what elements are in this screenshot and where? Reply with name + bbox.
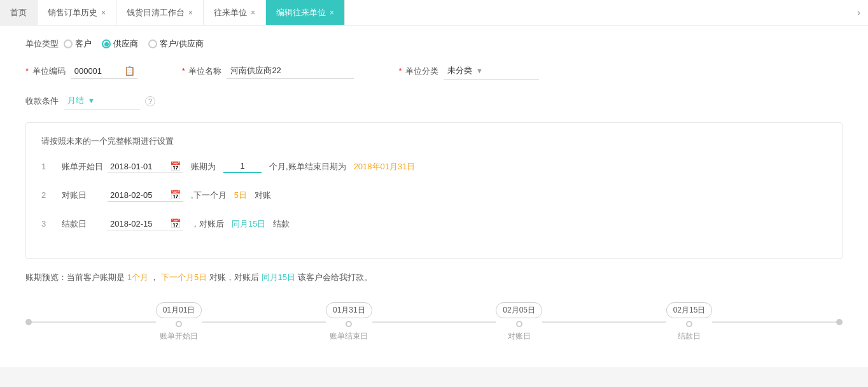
timeline-dot-3	[516, 321, 522, 327]
unit-code-input[interactable]	[71, 64, 122, 78]
payment-term-help[interactable]: ?	[145, 96, 155, 106]
timeline-start-dot	[25, 319, 32, 325]
calendar-icon-1[interactable]: 📅	[170, 161, 181, 171]
row-label-2: 对账日	[62, 190, 100, 201]
setting-row-3: 3 结款日 📅 ，对账后 同月15日 结款	[41, 217, 827, 230]
timeline-line-0	[32, 321, 156, 323]
date-field-2[interactable]	[110, 190, 167, 200]
radio-customer-label: 客户	[75, 38, 92, 50]
timeline-point-4: 02月15日 结款日	[666, 302, 713, 342]
date-field-1[interactable]	[110, 162, 167, 171]
radio-customer[interactable]: 客户	[64, 38, 92, 50]
row-label-1: 账单开始日	[62, 161, 100, 172]
payment-term-row: 收款条件 月结 ▼ ?	[25, 92, 843, 109]
preview-part1: 1个月	[127, 272, 148, 282]
settings-card: 请按照未来的一个完整帐期进行设置 1 账单开始日 📅 账期为 个月,账单结束日期…	[25, 122, 843, 259]
timeline-line-2	[372, 321, 496, 323]
timeline-point-3: 02月05日 对账日	[496, 302, 542, 342]
timeline-dot-2	[346, 321, 352, 327]
tab-cash-workbench-close[interactable]: ×	[188, 8, 193, 17]
unit-info-row: * 单位编码 📋 * 单位名称 * 单位分类 未分类 ▼	[25, 62, 843, 80]
preview-part3: 同月15日	[262, 272, 295, 282]
payment-term-item: 收款条件 月结 ▼ ?	[25, 92, 155, 109]
card-title: 请按照未来的一个完整帐期进行设置	[41, 136, 827, 147]
unit-code-input-wrap: 📋	[71, 64, 137, 79]
unit-category-value: 未分类	[447, 65, 472, 76]
preview-part2: 下一个月5日	[161, 272, 207, 282]
preview-section: 账期预览：当前客户账期是 1个月 ， 下一个月5日 对账，对账后 同月15日 该…	[25, 272, 843, 283]
period-suffix: 个月,账单结束日期为	[269, 161, 346, 172]
timeline-pill-4: 02月15日	[666, 302, 713, 318]
timeline-line-1	[202, 321, 326, 323]
tab-contacts[interactable]: 往来单位 ×	[204, 0, 266, 25]
tab-sales-history[interactable]: 销售订单历史 ×	[38, 0, 116, 25]
tab-sales-history-close[interactable]: ×	[101, 8, 106, 17]
payment-prefix: ，对账后	[191, 218, 224, 230]
radio-customer-circle	[64, 39, 73, 48]
timeline-dot-4	[686, 321, 692, 327]
timeline-pill-1: 01月01日	[156, 302, 202, 318]
calendar-icon-2[interactable]: 📅	[170, 190, 181, 200]
period-prefix: 账期为	[191, 161, 216, 172]
preview-prefix: 账期预览：当前客户账期是	[25, 272, 125, 282]
timeline: 01月01日 账单开始日 01月31日 账单结束日 02月05日 对账日 02月…	[25, 296, 843, 355]
tab-sales-history-label: 销售订单历史	[48, 7, 97, 18]
unit-code-label: * 单位编码	[25, 66, 66, 77]
unit-type-radio-group: 客户 供应商 客户/供应商	[64, 38, 204, 50]
unit-code-item: * 单位编码 📋	[25, 64, 137, 79]
radio-customer-supplier[interactable]: 客户/供应商	[148, 38, 204, 50]
unit-name-star: *	[182, 66, 185, 76]
tab-more-button[interactable]: ›	[850, 0, 868, 25]
unit-type-row: 单位类型 客户 供应商 客户/供应商	[25, 38, 843, 50]
payment-term-value: 月结	[67, 95, 84, 106]
calendar-icon-3[interactable]: 📅	[170, 218, 181, 229]
tab-home-label: 首页	[10, 7, 27, 18]
tab-edit-contact-close[interactable]: ×	[330, 8, 334, 17]
tab-contacts-label: 往来单位	[214, 7, 247, 18]
unit-type-item: 单位类型 客户 供应商 客户/供应商	[25, 38, 204, 50]
unit-name-input[interactable]	[227, 64, 354, 79]
main-content: 单位类型 客户 供应商 客户/供应商 * 单位编码	[0, 25, 868, 367]
tab-home[interactable]: 首页	[0, 0, 38, 25]
timeline-sub-2: 账单结束日	[330, 331, 368, 342]
preview-part1-suffix: ，	[150, 272, 158, 282]
radio-supplier-label: 供应商	[113, 38, 138, 50]
timeline-line-3	[542, 321, 666, 323]
unit-code-icon[interactable]: 📋	[122, 66, 137, 76]
date-input-2: 📅	[108, 188, 183, 202]
tab-edit-contact-label: 编辑往来单位	[276, 7, 326, 18]
tab-contacts-close[interactable]: ×	[251, 8, 255, 17]
reconcile-day: 5日	[234, 190, 247, 201]
row-num-1: 1	[41, 162, 54, 171]
tab-bar: 首页 销售订单历史 × 钱货日清工作台 × 往来单位 × 编辑往来单位 × ›	[0, 0, 868, 25]
payment-term-select[interactable]: 月结 ▼	[64, 92, 140, 109]
unit-category-item: * 单位分类 未分类 ▼	[398, 62, 539, 80]
timeline-dot-1	[176, 321, 182, 327]
reconcile-prefix: ,下一个月	[191, 190, 227, 201]
preview-part2-suffix: 对账，对账后	[209, 272, 262, 282]
radio-customer-supplier-circle	[148, 39, 157, 48]
timeline-point-1: 01月01日 账单开始日	[156, 302, 202, 342]
unit-name-label: * 单位名称	[182, 66, 222, 77]
radio-supplier-circle	[102, 39, 111, 48]
date-field-3[interactable]	[110, 219, 167, 229]
setting-row-2: 2 对账日 📅 ,下一个月 5日 对账	[41, 188, 827, 202]
tab-edit-contact[interactable]: 编辑往来单位 ×	[266, 0, 345, 25]
setting-row-1: 1 账单开始日 📅 账期为 个月,账单结束日期为 2018年01月31日	[41, 160, 827, 173]
preview-part3-suffix: 该客户会给我打款。	[298, 272, 372, 282]
period-end-date: 2018年01月31日	[354, 161, 416, 172]
timeline-sub-4: 结款日	[678, 331, 701, 342]
unit-category-select[interactable]: 未分类 ▼	[444, 62, 539, 80]
timeline-sub-1: 账单开始日	[160, 331, 198, 342]
tab-cash-workbench[interactable]: 钱货日清工作台 ×	[116, 0, 204, 25]
radio-supplier[interactable]: 供应商	[102, 38, 138, 50]
tab-cash-workbench-label: 钱货日清工作台	[127, 7, 185, 18]
radio-customer-supplier-label: 客户/供应商	[160, 38, 204, 50]
row-num-2: 2	[41, 190, 54, 200]
date-input-3: 📅	[108, 217, 183, 230]
timeline-point-2: 01月31日 账单结束日	[326, 302, 372, 342]
timeline-pill-2: 01月31日	[326, 302, 372, 318]
period-value-input[interactable]	[223, 160, 262, 173]
unit-name-item: * 单位名称	[182, 64, 354, 79]
unit-category-arrow: ▼	[476, 67, 483, 74]
